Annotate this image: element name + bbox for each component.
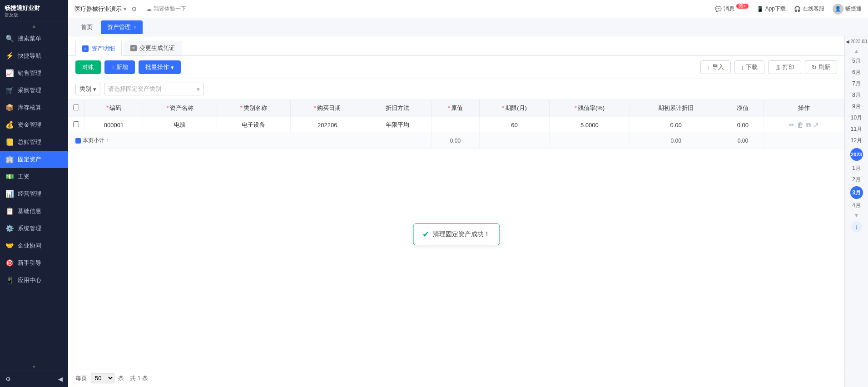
collapse-icon[interactable]: ◀ bbox=[58, 376, 63, 382]
sidebar-item-sales[interactable]: 📈 销售管理 bbox=[0, 64, 68, 82]
app-download-label: App下载 bbox=[765, 5, 786, 13]
select-all-checkbox[interactable] bbox=[73, 104, 79, 110]
subtotal-empty2 bbox=[549, 133, 630, 149]
sidebar-item-label: 基础信息 bbox=[18, 207, 41, 215]
settings-gear-icon[interactable]: ⚙ bbox=[131, 5, 137, 13]
month-2[interactable]: 2月 bbox=[845, 174, 868, 185]
sidebar-item-funds[interactable]: 💰 资金管理 bbox=[0, 116, 68, 134]
row-name: 电脑 bbox=[143, 117, 217, 133]
sidebar-scroll-up[interactable]: ▲ bbox=[0, 21, 68, 30]
sidebar-scroll-down[interactable]: ▼ bbox=[0, 362, 68, 371]
sidebar-item-app-center[interactable]: 📱 应用中心 bbox=[0, 272, 68, 289]
row-category: 电子设备 bbox=[217, 117, 290, 133]
sidebar-item-label: 应用中心 bbox=[18, 276, 41, 284]
sidebar-item-general-ledger[interactable]: 📒 总账管理 bbox=[0, 134, 68, 151]
calendar-toggle-icon[interactable]: ◀ bbox=[846, 39, 849, 44]
new-button[interactable]: + 新增 bbox=[104, 60, 135, 74]
sidebar-item-label: 企业协同 bbox=[18, 242, 41, 250]
subtotal-actions bbox=[764, 133, 844, 149]
sidebar-logo: 畅捷通好业财 普及版 bbox=[0, 0, 68, 21]
topbar: 医疗器械行业演示 ▾ ⚙ ☁ 我要体验一下 💬 消息 99+ 📱 App下载 🎧… bbox=[68, 0, 868, 18]
import-button[interactable]: ↑ 导入 bbox=[700, 60, 731, 74]
sidebar-item-search[interactable]: 🔍 搜索菜单 bbox=[0, 30, 68, 47]
edit-icon[interactable]: ✏ bbox=[789, 121, 794, 129]
month-5[interactable]: 5月 bbox=[845, 55, 868, 67]
print-button[interactable]: 🖨 打印 bbox=[768, 60, 801, 74]
category-select[interactable]: 类别 ▾ bbox=[75, 83, 100, 95]
month-8[interactable]: 8月 bbox=[845, 89, 868, 101]
reconcile-button[interactable]: 对账 bbox=[75, 60, 101, 74]
sidebar-item-basic-info[interactable]: 📋 基础信息 bbox=[0, 203, 68, 220]
month-4[interactable]: 4月 bbox=[845, 200, 868, 211]
message-badge: 99+ bbox=[736, 4, 749, 9]
sidebar-item-label: 快捷导航 bbox=[18, 52, 41, 60]
online-service-btn[interactable]: 🎧 在线客服 bbox=[794, 5, 824, 13]
voucher-label: 变更生成凭证 bbox=[139, 44, 175, 52]
calendar-down-btn[interactable]: ↓ bbox=[851, 221, 862, 232]
avatar: 👤 bbox=[833, 4, 843, 15]
month-12[interactable]: 12月 bbox=[845, 135, 868, 146]
copy-icon[interactable]: ⧉ bbox=[806, 121, 811, 129]
cloud-icon: ☁ bbox=[146, 6, 152, 12]
sidebar-item-operations[interactable]: 📊 经营管理 bbox=[0, 185, 68, 203]
refresh-icon: ↻ bbox=[812, 64, 817, 71]
subtotal-accumulated: 0.00 bbox=[630, 133, 722, 149]
sidebar-item-label: 销售管理 bbox=[18, 69, 41, 77]
month-1[interactable]: 1月 bbox=[845, 163, 868, 174]
experience-btn[interactable]: ☁ 我要体验一下 bbox=[146, 5, 186, 13]
chevron-down-icon[interactable]: ▾ bbox=[124, 5, 127, 12]
experience-label: 我要体验一下 bbox=[154, 5, 186, 13]
tab-close-icon[interactable]: × bbox=[134, 25, 136, 30]
more-icon[interactable]: ↗ bbox=[813, 121, 819, 129]
active-month-badge[interactable]: 3月 bbox=[850, 186, 863, 199]
row-accumulated: 0.00 bbox=[630, 117, 722, 133]
app-subtitle: 普及版 bbox=[5, 12, 64, 18]
sidebar-item-inventory[interactable]: 📦 库存核算 bbox=[0, 99, 68, 116]
page-size-select[interactable]: 50 100 200 bbox=[91, 373, 114, 383]
toast-message: 清理固定资产成功！ bbox=[433, 230, 490, 238]
calendar-scroll[interactable]: ▲ 5月 6月 7月 8月 9月 10月 11月 12月 2023 1月 2月 … bbox=[845, 47, 868, 387]
month-6[interactable]: 6月 bbox=[845, 67, 868, 78]
sidebar-item-quick-nav[interactable]: ⚡ 快捷导航 bbox=[0, 47, 68, 64]
filter-bar: 类别 ▾ 请选择固定资产类别 ▾ bbox=[68, 79, 844, 99]
topbar-right: 💬 消息 99+ 📱 App下载 🎧 在线客服 👤 畅捷通 bbox=[715, 4, 862, 15]
download-button[interactable]: ↓ 下载 bbox=[734, 60, 765, 74]
sidebar-item-purchase[interactable]: 🛒 采购管理 bbox=[0, 82, 68, 99]
month-10[interactable]: 10月 bbox=[845, 112, 868, 124]
sidebar-item-fixed-assets[interactable]: 🏢 固定资产 bbox=[0, 151, 68, 168]
batch-ops-label: 批量操作 bbox=[145, 63, 169, 71]
tab-asset-management[interactable]: 资产管理 × bbox=[101, 20, 143, 34]
category-chevron-icon: ▾ bbox=[93, 86, 96, 93]
sub-tab-asset-detail[interactable]: ≡ 资产明细 bbox=[75, 41, 122, 56]
batch-ops-button[interactable]: 批量操作 ▾ bbox=[139, 60, 181, 74]
system-icon: ⚙️ bbox=[5, 224, 14, 233]
calendar-scroll-up[interactable]: ▲ bbox=[845, 47, 868, 55]
sidebar-item-guide[interactable]: 🎯 新手引导 bbox=[0, 254, 68, 272]
header-depreciation-method: 折旧方法 bbox=[364, 99, 431, 117]
user-area[interactable]: 👤 畅捷通 bbox=[833, 4, 862, 15]
settings-icon[interactable]: ⚙ bbox=[5, 376, 11, 382]
header-original-value: *原值 bbox=[431, 99, 480, 117]
header-net-value: 净值 bbox=[722, 99, 764, 117]
sidebar-item-payroll[interactable]: 💵 工资 bbox=[0, 168, 68, 185]
app-download-btn[interactable]: 📱 App下载 bbox=[757, 5, 786, 13]
main-area: 医疗器械行业演示 ▾ ⚙ ☁ 我要体验一下 💬 消息 99+ 📱 App下载 🎧… bbox=[68, 0, 868, 387]
tab-home[interactable]: 首页 bbox=[74, 20, 99, 34]
calendar-scroll-down[interactable]: ▼ bbox=[845, 211, 868, 219]
refresh-button[interactable]: ↻ 刷新 bbox=[805, 60, 837, 74]
sidebar-item-enterprise[interactable]: 🤝 企业协同 bbox=[0, 237, 68, 254]
message-btn[interactable]: 💬 消息 99+ bbox=[715, 5, 749, 13]
sub-tab-voucher[interactable]: ≡ 变更生成凭证 bbox=[124, 41, 182, 55]
month-9[interactable]: 9月 bbox=[845, 101, 868, 112]
sidebar-item-system[interactable]: ⚙️ 系统管理 bbox=[0, 220, 68, 237]
row-checkbox[interactable] bbox=[73, 121, 79, 127]
year-badge[interactable]: 2023 bbox=[850, 148, 863, 161]
month-7[interactable]: 7月 bbox=[845, 78, 868, 89]
category-detail-select[interactable]: 请选择固定资产类别 ▾ bbox=[104, 83, 204, 95]
sales-icon: 📈 bbox=[5, 69, 14, 77]
username: 畅捷通 bbox=[845, 5, 862, 13]
subtotal-net: 0.00 bbox=[722, 133, 764, 149]
month-11[interactable]: 11月 bbox=[845, 124, 868, 135]
delete-icon[interactable]: 🗑 bbox=[797, 121, 804, 129]
row-net-value: 0.00 bbox=[722, 117, 764, 133]
